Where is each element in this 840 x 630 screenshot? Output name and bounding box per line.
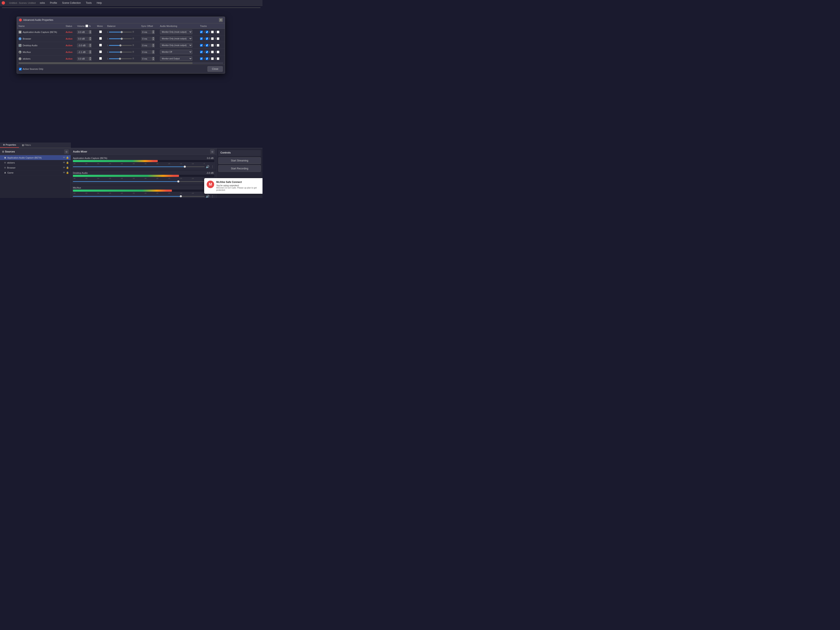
- track1-2[interactable]: [200, 44, 203, 47]
- vol-down-0[interactable]: ▼: [89, 32, 92, 34]
- start-recording-button[interactable]: Start Recording: [218, 165, 261, 172]
- tab-filters[interactable]: ▦ Filters: [19, 142, 34, 148]
- track3-0[interactable]: [211, 31, 214, 33]
- row-sync-3[interactable]: ▲ ▼: [140, 49, 158, 55]
- balance-track-1[interactable]: [109, 38, 132, 39]
- mono-checkbox-2[interactable]: [99, 44, 102, 46]
- balance-track-0[interactable]: [109, 32, 132, 33]
- sync-field-0[interactable]: [141, 30, 152, 34]
- mono-checkbox-3[interactable]: [99, 51, 102, 53]
- source-eye-1[interactable]: 👁: [63, 161, 65, 164]
- track4-4[interactable]: [217, 57, 219, 60]
- dialog-close-x[interactable]: ✕: [219, 18, 223, 22]
- sync-down-4[interactable]: ▼: [152, 59, 155, 61]
- row-balance-3[interactable]: L R: [106, 49, 140, 55]
- row-monitoring-1[interactable]: Monitor Off Monitor Only (mute output) M…: [158, 35, 198, 42]
- track2-1[interactable]: [205, 37, 208, 40]
- mono-checkbox-1[interactable]: [99, 37, 102, 40]
- audio-mixer-expand[interactable]: ⊡: [210, 150, 215, 154]
- start-streaming-button[interactable]: Start Streaming: [218, 157, 261, 164]
- row-sync-4[interactable]: ▲ ▼: [140, 55, 158, 62]
- row-mono-2[interactable]: [95, 42, 106, 49]
- row-volume-0[interactable]: ▲ ▼: [76, 29, 95, 35]
- sync-field-2[interactable]: [141, 44, 152, 47]
- sync-field-1[interactable]: [141, 37, 152, 41]
- source-lock-3[interactable]: 🔒: [66, 171, 69, 174]
- mute-btn-2[interactable]: 🔊: [205, 194, 210, 198]
- sync-field-3[interactable]: [141, 50, 152, 54]
- row-monitoring-3[interactable]: Monitor Off Monitor Only (mute output) M…: [158, 49, 198, 55]
- row-volume-1[interactable]: ▲ ▼: [76, 35, 95, 42]
- vol-down-3[interactable]: ▼: [89, 52, 92, 54]
- vol-down-4[interactable]: ▼: [89, 59, 92, 61]
- row-volume-4[interactable]: ▲ ▼: [76, 55, 95, 62]
- volume-slider-2[interactable]: [73, 196, 205, 197]
- menu-ocks[interactable]: ocks: [39, 1, 46, 5]
- track3-1[interactable]: [211, 37, 214, 40]
- row-mono-4[interactable]: [95, 55, 106, 62]
- monitoring-select-3[interactable]: Monitor Off Monitor Only (mute output) M…: [160, 50, 192, 54]
- track1-0[interactable]: [200, 31, 203, 33]
- table-scrollbar[interactable]: [19, 62, 223, 64]
- audio-table-scroll[interactable]: Name Status Volume % Mono Balance Sync O…: [17, 23, 225, 62]
- row-tracks-2[interactable]: 1 2 3: [198, 42, 225, 49]
- row-mono-3[interactable]: [95, 49, 106, 55]
- mono-checkbox-4[interactable]: [99, 57, 102, 60]
- menu-tools[interactable]: Tools: [85, 1, 93, 5]
- track1-4[interactable]: [200, 57, 203, 60]
- active-sources-label[interactable]: Active Sources Only: [19, 68, 43, 70]
- settings-btn-2[interactable]: ⋮: [211, 194, 215, 198]
- source-list-item[interactable]: ⊙ stickers 👁 🔒: [0, 160, 71, 165]
- source-list-item[interactable]: ⊙ Browser 👁 🔒: [0, 165, 71, 170]
- source-lock-1[interactable]: 🔒: [66, 161, 69, 164]
- source-list-item[interactable]: ▣ Application Audio Capture (BETA) 👁 🔒: [0, 155, 71, 160]
- volume-field-4[interactable]: [77, 57, 88, 61]
- volume-field-3[interactable]: [77, 50, 88, 54]
- track4-3[interactable]: [217, 51, 219, 53]
- row-balance-0[interactable]: L R: [106, 29, 140, 35]
- sync-down-2[interactable]: ▼: [152, 46, 155, 47]
- volume-field-0[interactable]: [77, 30, 88, 34]
- row-tracks-3[interactable]: 1 2 3: [198, 49, 225, 55]
- row-monitoring-2[interactable]: Monitor Off Monitor Only (mute output) M…: [158, 42, 198, 49]
- tab-properties[interactable]: ⚙ Properties: [0, 142, 19, 148]
- track2-4[interactable]: [205, 57, 208, 60]
- mute-btn-0[interactable]: 🔊: [205, 164, 210, 169]
- row-balance-4[interactable]: L R: [106, 55, 140, 62]
- mono-checkbox-0[interactable]: [99, 30, 102, 33]
- monitoring-select-4[interactable]: Monitor Off Monitor Only (mute output) M…: [160, 57, 192, 61]
- row-balance-1[interactable]: L R: [106, 35, 140, 42]
- track4-1[interactable]: [217, 37, 219, 40]
- balance-track-3[interactable]: [109, 52, 132, 52]
- row-volume-3[interactable]: ▲ ▼: [76, 49, 95, 55]
- menu-profile[interactable]: Profile: [49, 1, 58, 5]
- close-dialog-button[interactable]: Close: [207, 66, 223, 72]
- balance-track-4[interactable]: [109, 58, 132, 59]
- row-tracks-0[interactable]: 1 2 3: [198, 29, 225, 35]
- monitoring-select-0[interactable]: Monitor Off Monitor Only (mute output) M…: [160, 30, 192, 34]
- track4-0[interactable]: [217, 31, 219, 33]
- menu-scene-collection[interactable]: Scene Collection: [61, 1, 82, 5]
- track3-3[interactable]: [211, 51, 214, 53]
- row-monitoring-4[interactable]: Monitor Off Monitor Only (mute output) M…: [158, 55, 198, 62]
- row-volume-2[interactable]: ▲ ▼: [76, 42, 95, 49]
- volume-slider-1[interactable]: [73, 181, 205, 182]
- track2-3[interactable]: [205, 51, 208, 53]
- track2-0[interactable]: [205, 31, 208, 33]
- source-eye-0[interactable]: 👁: [63, 156, 65, 159]
- row-balance-2[interactable]: L R: [106, 42, 140, 49]
- row-tracks-1[interactable]: 1 2 3: [198, 35, 225, 42]
- sources-panel-expand[interactable]: ⊡: [65, 150, 68, 154]
- sync-down-3[interactable]: ▼: [152, 52, 155, 54]
- sync-field-4[interactable]: [141, 57, 152, 61]
- source-eye-3[interactable]: 👁: [63, 171, 65, 174]
- row-tracks-4[interactable]: 1 2 3: [198, 55, 225, 62]
- settings-btn-0[interactable]: ⋮: [211, 164, 215, 169]
- row-mono-1[interactable]: [95, 35, 106, 42]
- menu-help[interactable]: Help: [96, 1, 103, 5]
- track1-3[interactable]: [200, 51, 203, 53]
- active-sources-checkbox[interactable]: [19, 68, 22, 70]
- row-sync-1[interactable]: ▲ ▼: [140, 35, 158, 42]
- source-list-item[interactable]: ♟ Game 👁 🔒: [0, 170, 71, 175]
- volume-pct-checkbox[interactable]: [85, 25, 88, 27]
